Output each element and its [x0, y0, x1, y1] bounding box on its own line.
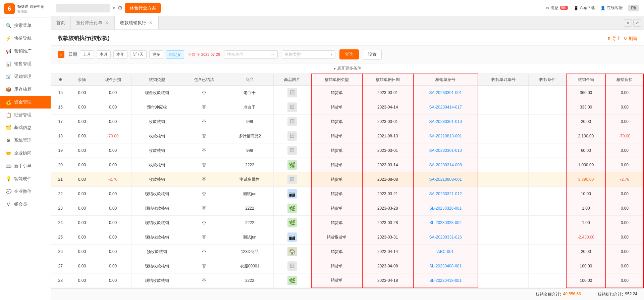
topbar-gear-icon[interactable]: ⚙	[118, 5, 122, 11]
cell-bill-type: 销货单	[311, 172, 362, 187]
cell-cash-discount: 0.00	[94, 86, 132, 100]
cell-write-off-discount: 0.00	[606, 259, 644, 273]
cell-id: 28	[51, 273, 70, 288]
cell-bill-no[interactable]: SL-20230408-001	[413, 259, 478, 273]
cell-cash-discount: 0.00	[94, 100, 132, 115]
sidebar-item-0[interactable]: 🔍搜索菜单	[0, 19, 51, 32]
cell-goods-img: 📷	[273, 230, 311, 245]
expand-conditions-row: ▾ 展开更多条件	[51, 63, 644, 74]
date-last-month-btn[interactable]: 上月	[80, 50, 94, 59]
cell-bill-type: 销货单	[311, 187, 362, 201]
nav-icon-9: ⚙	[5, 137, 11, 143]
col-header-gear[interactable]: ⚙	[51, 74, 70, 86]
cell-write-off-discount: 0.00	[606, 115, 644, 129]
cell-bill-type: 销货单	[311, 100, 362, 115]
expand-conditions-btn[interactable]: ▾ 展开更多条件	[334, 66, 361, 71]
cell-bill-date: 2023-03-28	[362, 201, 413, 216]
date-more-btn[interactable]: 更多	[149, 50, 163, 59]
cell-receipt-order-no	[478, 86, 529, 100]
topbar-dropdown-icon[interactable]: ▾	[113, 5, 115, 11]
industry-btn[interactable]: 休验行业方案	[125, 3, 161, 13]
cell-bill-no[interactable]: SL-20230328-001	[413, 201, 478, 216]
tab-close-all-btn[interactable]: ✕	[624, 19, 632, 27]
sidebar-item-4[interactable]: 🛒采购管理	[0, 70, 51, 83]
cell-bill-no[interactable]: SA-20230301-001	[413, 86, 478, 100]
tab-maximize-btn[interactable]: ⤢	[633, 19, 641, 27]
cell-bill-no[interactable]: SA-20230331-026	[413, 230, 478, 245]
date-custom-btn[interactable]: 自定义	[166, 50, 184, 59]
cell-included-settled: 否	[182, 230, 226, 245]
sidebar-item-10[interactable]: 🤝企业协同	[0, 147, 51, 160]
cell-write-off-discount: 0.00	[606, 245, 644, 259]
sidebar-item-12[interactable]: 💡智能硬件	[0, 172, 51, 185]
cell-bill-date: 2023-03-01	[362, 143, 413, 158]
sidebar-item-14[interactable]: V畅会员	[0, 198, 51, 211]
cell-bill-no[interactable]: SA-20230301-010	[413, 115, 478, 129]
cell-bill-no[interactable]: ABC-001	[413, 245, 478, 259]
bill-type-filter[interactable]: 单据类型 ▾	[282, 50, 335, 59]
cell-goods-img: 🖼	[273, 115, 311, 129]
col-header-receipt-condition: 收款条件	[529, 74, 566, 86]
cell-receipt-order-no	[478, 273, 529, 288]
sidebar-item-9[interactable]: ⚙系统管理	[0, 134, 51, 147]
sidebar-item-1[interactable]: ⚡快捷导航	[0, 32, 51, 45]
sidebar-item-8[interactable]: 🗂️基础信息	[0, 121, 51, 134]
sidebar-item-11[interactable]: 📖新手引导	[0, 160, 51, 172]
user-info[interactable]: Rit	[628, 5, 639, 11]
date-7days-btn[interactable]: 近7天	[130, 50, 147, 59]
sidebar-item-2[interactable]: 📢营销推广	[0, 45, 51, 57]
cell-goods-img: 🌿	[273, 158, 311, 172]
cell-bill-type: 销货单	[311, 273, 362, 288]
nav-label-14: 畅会员	[14, 201, 27, 207]
nav-icon-13: 💬	[5, 188, 11, 195]
cell-bill-no[interactable]: SA-20230314-008	[413, 158, 478, 172]
cell-bill-no[interactable]: SA-20230321-012	[413, 187, 478, 201]
partner-filter[interactable]: 往来单位 ···	[224, 50, 278, 59]
cell-bill-no[interactable]: SA-20210813-001	[413, 129, 478, 143]
sidebar-item-7[interactable]: 📋经营管理	[0, 109, 51, 121]
cell-included-settled: 否	[182, 86, 226, 100]
cell-cash-discount: 0.00	[94, 216, 132, 230]
app-download-btn[interactable]: 📱 App下载	[574, 5, 595, 11]
sidebar-item-3[interactable]: 📊销售管理	[0, 57, 51, 70]
date-this-year-btn[interactable]: 本年	[113, 50, 127, 59]
cell-included-settled: 否	[182, 259, 226, 273]
tab-prepay[interactable]: 预付冲应付单 ✕	[71, 16, 115, 29]
cell-bill-no[interactable]: SL-20230328-002	[413, 216, 478, 230]
tab-writeoff-close[interactable]: ✕	[148, 20, 153, 26]
cell-bill-no[interactable]: SA-20230414-017	[413, 100, 478, 115]
filter-toggle-btn[interactable]: »	[58, 51, 64, 58]
cell-balance: 0.00	[70, 187, 94, 201]
message-badge[interactable]: ✉ 消息 99+	[546, 5, 568, 11]
col-header-receipt-order-no: 收款单订单号	[478, 74, 529, 86]
page-content: 收款核销执行(按收款) ⬆ 导出 ↻ 刷新 » 日期 上月 本月 本年 近7天	[51, 30, 644, 300]
sidebar-item-5[interactable]: 📦库存核算	[0, 83, 51, 96]
sidebar-item-6[interactable]: 💰资金管理	[0, 96, 51, 109]
cell-balance: 0.00	[70, 216, 94, 230]
cell-receipt-order-no	[478, 245, 529, 259]
settings-btn[interactable]: 设置	[363, 49, 382, 60]
cell-balance: 0.00	[70, 158, 94, 172]
sidebar-item-13[interactable]: 💬企业微信	[0, 185, 51, 198]
date-this-month-btn[interactable]: 本月	[97, 50, 111, 59]
col-header-goods: 商品	[226, 74, 274, 86]
col-header-bill-date: 核销单据日期	[362, 74, 413, 86]
cell-bill-no[interactable]: SL-20230418-001	[413, 273, 478, 288]
tab-home[interactable]: 首页	[51, 16, 71, 29]
table-footer: 核销金额合计: 40,556,66... 核销折扣合计: 952.24	[51, 288, 644, 300]
query-btn[interactable]: 查询	[339, 49, 359, 59]
table-row: 25 0.00 0.00 现结收款核销 否 测试jun 📷 销货退货单 2023…	[51, 230, 644, 245]
cell-included-settled: 否	[182, 115, 226, 129]
cell-receipt-order-no	[478, 230, 529, 245]
nav-icon-0: 🔍	[5, 23, 11, 29]
tab-prepay-close[interactable]: ✕	[104, 20, 109, 26]
filter-bar: » 日期 上月 本月 本年 近7天 更多 自定义 不限 至 2023-07-26…	[51, 46, 644, 63]
tab-writeoff[interactable]: 收款核销执行 ✕	[115, 16, 159, 29]
export-btn[interactable]: ⬆ 导出	[607, 36, 621, 42]
online-service-btn[interactable]: 👤 在线客服	[600, 5, 623, 11]
cell-bill-no[interactable]: SA-20230301-010	[413, 143, 478, 158]
cell-bill-no[interactable]: SA-20210808-001	[413, 172, 478, 187]
refresh-btn[interactable]: ↻ 刷新	[624, 36, 637, 42]
cell-goods-img: 📷	[273, 187, 311, 201]
tabbar: 首页 预付冲应付单 ✕ 收款核销执行 ✕ ✕ ⤢	[51, 16, 644, 30]
